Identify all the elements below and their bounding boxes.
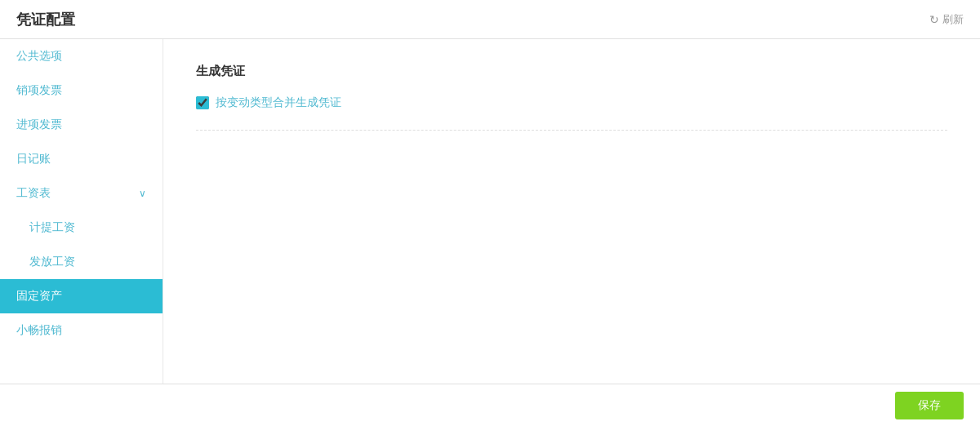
sidebar-item-payroll[interactable]: 工资表 ∨ (0, 176, 163, 211)
merge-by-type-label[interactable]: 按变动类型合并生成凭证 (216, 95, 341, 110)
sidebar-item-label: 计提工资 (29, 220, 75, 235)
section-title: 生成凭证 (196, 64, 947, 79)
sidebar-item-label: 发放工资 (29, 255, 75, 269)
sidebar-item-label: 进项发票 (16, 118, 62, 132)
sidebar-item-label: 销项发票 (16, 83, 62, 98)
sidebar-item-public-options[interactable]: 公共选项 (0, 39, 163, 73)
sidebar-item-payroll-accrual[interactable]: 计提工资 (0, 211, 163, 245)
sidebar-item-sales-invoice[interactable]: 销项发票 (0, 73, 163, 108)
chevron-down-icon: ∨ (139, 188, 146, 199)
sidebar-item-journal[interactable]: 日记账 (0, 142, 163, 176)
refresh-button[interactable]: ↻ 刷新 (929, 12, 964, 27)
sidebar-item-expense-report[interactable]: 小畅报销 (0, 313, 163, 348)
header: 凭证配置 ↻ 刷新 (0, 0, 980, 39)
refresh-label: 刷新 (942, 12, 964, 27)
sidebar-item-purchase-invoice[interactable]: 进项发票 (0, 108, 163, 142)
footer: 保存 (0, 384, 980, 426)
refresh-icon: ↻ (929, 13, 939, 26)
page-title: 凭证配置 (16, 10, 75, 29)
sidebar-item-label: 小畅报销 (16, 323, 62, 338)
section-divider (196, 130, 947, 131)
sidebar-item-label: 公共选项 (16, 49, 62, 64)
sidebar-item-label: 日记账 (16, 152, 51, 166)
save-button[interactable]: 保存 (895, 392, 964, 419)
checkbox-row: 按变动类型合并生成凭证 (196, 95, 947, 110)
sidebar-item-label: 固定资产 (16, 289, 62, 304)
sidebar-item-fixed-assets[interactable]: 固定资产 (0, 279, 163, 313)
sidebar: 公共选项 销项发票 进项发票 日记账 工资表 ∨ 计提工资 发放工资 固定资产 … (0, 39, 163, 384)
main-layout: 公共选项 销项发票 进项发票 日记账 工资表 ∨ 计提工资 发放工资 固定资产 … (0, 39, 980, 384)
sidebar-item-payroll-release[interactable]: 发放工资 (0, 245, 163, 279)
content-area: 生成凭证 按变动类型合并生成凭证 (163, 39, 980, 384)
sidebar-item-label: 工资表 (16, 186, 51, 201)
merge-by-type-checkbox[interactable] (196, 96, 209, 109)
